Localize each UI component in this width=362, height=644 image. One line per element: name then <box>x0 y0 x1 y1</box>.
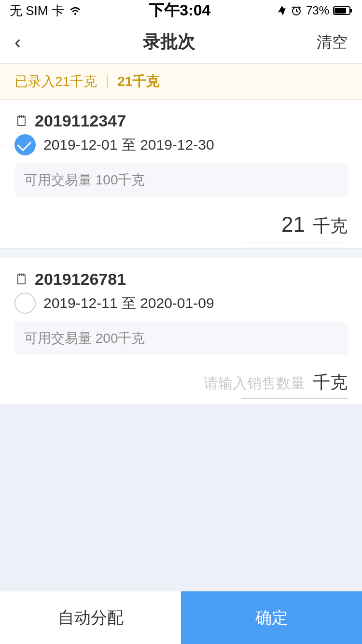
batch-2-radio[interactable] <box>14 293 36 314</box>
back-button[interactable]: ‹ <box>14 31 21 53</box>
batch-2-input-placeholder: 请输入销售数量 <box>204 374 305 393</box>
status-bar: 无 SIM 卡 下午3:04 73% <box>0 0 362 21</box>
batch-2-input-display: 请输入销售数量 千克 <box>204 371 348 394</box>
page-title: 录批次 <box>143 30 195 54</box>
batch-1-qty-line <box>241 242 348 242</box>
recorded-value: 21千克 <box>117 72 159 91</box>
no-sim-text: 无 SIM 卡 <box>10 2 64 19</box>
batch-2-unit: 千克 <box>313 371 348 394</box>
auto-assign-label: 自动分配 <box>58 607 124 629</box>
svg-rect-3 <box>350 9 352 13</box>
batch-2-date: 2019-12-11 至 2020-01-09 <box>43 294 214 313</box>
battery-text: 73% <box>306 4 329 17</box>
bottom-bar: 自动分配 确定 <box>0 591 362 644</box>
status-left: 无 SIM 卡 <box>10 2 83 19</box>
batch-divider <box>0 249 362 258</box>
batch-1-date-row: 2019-12-01 至 2019-12-30 <box>0 134 362 163</box>
svg-rect-4 <box>334 8 346 14</box>
batch-card-2: 🗒 2019126781 2019-12-11 至 2020-01-09 可用交… <box>0 258 362 405</box>
auto-assign-button[interactable]: 自动分配 <box>0 591 181 644</box>
batch-1-date: 2019-12-01 至 2019-12-30 <box>43 135 214 155</box>
batch-2-available: 可用交易量 200千克 <box>14 322 348 355</box>
batch-2-input-row: 请输入销售数量 千克 <box>0 365 362 405</box>
batch-2-header: 🗒 2019126781 <box>0 258 362 293</box>
batch-card-1: 🗒 2019112347 2019-12-01 至 2019-12-30 可用交… <box>0 100 362 249</box>
nav-bar: ‹ 录批次 清空 <box>0 21 362 64</box>
batch-1-qty-display: 21 千克 <box>281 212 348 238</box>
batch-1-icon: 🗒 <box>14 113 29 129</box>
info-banner: 已录入21千克 21千克 <box>0 64 362 100</box>
status-time: 下午3:04 <box>149 0 210 21</box>
battery-icon <box>333 5 352 16</box>
batch-1-id: 2019112347 <box>35 112 126 130</box>
batch-2-date-row: 2019-12-11 至 2020-01-09 <box>0 293 362 322</box>
wifi-icon <box>68 5 83 16</box>
recorded-label: 已录入21千克 <box>14 72 97 91</box>
batch-1-header: 🗒 2019112347 <box>0 100 362 134</box>
svg-point-0 <box>74 13 76 15</box>
batch-2-id: 2019126781 <box>35 270 126 289</box>
batch-2-icon: 🗒 <box>14 271 29 288</box>
status-right: 73% <box>277 4 352 17</box>
confirm-button[interactable]: 确定 <box>181 591 362 644</box>
batch-1-qty-number: 21 <box>281 212 305 237</box>
location-icon <box>277 5 287 16</box>
batch-2-input-line <box>241 398 348 399</box>
banner-divider <box>107 75 108 88</box>
batch-1-available: 可用交易量 100千克 <box>14 163 348 197</box>
batch-1-qty-row: 21 千克 <box>0 207 362 249</box>
alarm-icon <box>291 5 302 16</box>
confirm-label: 确定 <box>255 607 288 629</box>
batch-1-radio[interactable] <box>14 134 36 155</box>
clear-button[interactable]: 清空 <box>317 32 348 53</box>
batch-1-qty-unit: 千克 <box>313 214 348 238</box>
